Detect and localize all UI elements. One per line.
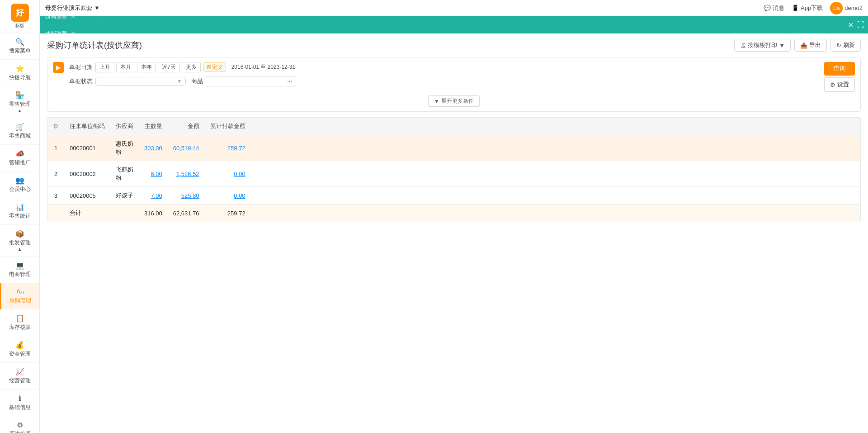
filter-main-row: ▶ 单据日期 上月 本月 本年 近7天 更多 bbox=[53, 62, 855, 92]
sidebar-item-retail-stats[interactable]: 📊 零售统计 bbox=[0, 198, 39, 225]
sidebar-item-inventory[interactable]: 📋 库存核算 bbox=[0, 309, 39, 336]
app-download-btn[interactable]: 📱 App下载 bbox=[792, 4, 823, 12]
close-tab-btn[interactable]: ✕ bbox=[848, 21, 854, 29]
sidebar-item-basic-info[interactable]: ℹ 基础信息 bbox=[0, 390, 39, 416]
goods-input-wrap: ··· bbox=[206, 76, 296, 86]
cell-quantity-1[interactable]: 6.00 bbox=[139, 161, 168, 187]
date-range-display: 2016-01-01 至 2023-12-31 bbox=[231, 63, 295, 71]
page-content: 采购订单统计表(按供应商) 🖨 按模板打印 ▼ 📤 导出 ↻ 刷新 bbox=[40, 33, 868, 433]
sidebar-label-retail-stats: 零售统计 bbox=[9, 212, 31, 220]
col-gear: ⚙ bbox=[47, 118, 64, 135]
cell-quantity-2[interactable]: 7.00 bbox=[139, 187, 168, 205]
sidebar-label-basic-info: 基础信息 bbox=[9, 404, 31, 411]
col-code-header: 往来单位编码 bbox=[64, 118, 110, 135]
tab-overstock-warning[interactable]: 超储预警✕ bbox=[40, 16, 98, 25]
sidebar-item-marketing[interactable]: 📣 营销推广 bbox=[0, 145, 39, 171]
gear-icon[interactable]: ⚙ bbox=[53, 123, 59, 130]
cell-paid-0[interactable]: 259.72 bbox=[205, 135, 251, 161]
sidebar-item-ecommerce[interactable]: 💻 电商管理 bbox=[0, 257, 39, 283]
sidebar-item-finance[interactable]: 💰 资金管理 bbox=[0, 336, 39, 363]
cell-paid-1[interactable]: 0.00 bbox=[205, 161, 251, 187]
cell-supplier-2: 好孩子 bbox=[110, 187, 139, 205]
sidebar-icon-operations: 📈 bbox=[15, 367, 24, 376]
sidebar-item-quick-nav[interactable]: ⭐ 快捷导航 bbox=[0, 60, 39, 86]
topbar: 母婴行业演示账套 ▼ 💬 消息 📱 App下载 Ea demo2 bbox=[40, 0, 868, 16]
footer-empty-3 bbox=[251, 205, 860, 222]
sidebar-item-wholesale-mgmt[interactable]: 📦 批发管理 ▲ bbox=[0, 225, 39, 257]
user-profile[interactable]: Ea demo2 bbox=[830, 2, 863, 14]
topbar-right: 💬 消息 📱 App下载 Ea demo2 bbox=[764, 2, 863, 14]
sidebar-item-operations[interactable]: 📈 经营管理 bbox=[0, 363, 39, 390]
page-header-actions: 🖨 按模板打印 ▼ 📤 导出 ↻ 刷新 bbox=[734, 39, 861, 52]
sidebar-item-retail-mgmt[interactable]: 🏪 零售管理 ▲ bbox=[0, 86, 39, 118]
store-dropdown-icon: ▼ bbox=[94, 5, 100, 11]
filter-toggle-btn[interactable]: ▶ bbox=[53, 62, 64, 73]
sidebar: 好 标版 🔍 搜索菜单 ⭐ 快捷导航 🏪 零售管理 ▲ 🛒 零售商城 📣 营销推… bbox=[0, 0, 40, 433]
filter-fields: 单据日期 上月 本月 本年 近7天 更多 自定义 bbox=[69, 62, 819, 86]
cell-amount-1[interactable]: 1,586.52 bbox=[168, 161, 205, 187]
sidebar-icon-marketing: 📣 bbox=[15, 149, 24, 158]
messages-btn[interactable]: 💬 消息 bbox=[764, 4, 784, 12]
filter-row-2: 单据状态 ▼ 商品 ··· bbox=[69, 76, 819, 86]
print-btn[interactable]: 🖨 按模板打印 ▼ bbox=[734, 39, 791, 52]
store-selector[interactable]: 母婴行业演示账套 ▼ bbox=[45, 4, 100, 12]
sidebar-icon-quick-nav: ⭐ bbox=[15, 64, 24, 73]
expand-label: 展开更多条件 bbox=[441, 97, 474, 105]
footer-empty-1 bbox=[47, 205, 64, 222]
sidebar-item-member-center[interactable]: 👥 会员中心 bbox=[0, 171, 39, 198]
sidebar-label-inventory: 库存核算 bbox=[9, 324, 31, 331]
status-filter: 单据状态 ▼ bbox=[69, 77, 186, 86]
sidebar-item-system-mgmt[interactable]: ⚙ 系统管理 bbox=[0, 416, 39, 433]
cell-extra-0 bbox=[251, 135, 860, 161]
sidebar-item-purchase-mgmt[interactable]: 🛍 采购管理 bbox=[0, 283, 39, 309]
print-icon: 🖨 bbox=[740, 42, 746, 49]
refresh-btn[interactable]: ↻ 刷新 bbox=[830, 39, 861, 52]
status-select[interactable]: ▼ bbox=[95, 77, 186, 86]
query-btn[interactable]: 查询 bbox=[824, 62, 855, 76]
tab-close-overstock-warning[interactable]: ✕ bbox=[71, 16, 76, 20]
tab-close-function-desc[interactable]: ✕ bbox=[71, 30, 76, 33]
goods-more-icon[interactable]: ··· bbox=[287, 78, 292, 85]
page-header: 采购订单统计表(按供应商) 🖨 按模板打印 ▼ 📤 导出 ↻ 刷新 bbox=[47, 39, 861, 52]
settings-label: 设置 bbox=[837, 81, 849, 89]
page-title: 采购订单统计表(按供应商) bbox=[47, 40, 142, 51]
expand-row: ▼ 展开更多条件 bbox=[53, 95, 855, 107]
date-btn-more[interactable]: 更多 bbox=[182, 62, 201, 72]
goods-input[interactable] bbox=[210, 78, 287, 85]
sidebar-label-ecommerce: 电商管理 bbox=[9, 271, 31, 278]
tab-function-desc[interactable]: 功能说明✕ bbox=[40, 25, 98, 33]
footer-label: 合计 bbox=[64, 205, 110, 222]
sidebar-label-member-center: 会员中心 bbox=[9, 186, 31, 193]
filter-right-actions: 查询 ⚙ 设置 bbox=[824, 62, 855, 92]
sidebar-icon-finance: 💰 bbox=[15, 341, 24, 349]
sidebar-item-retail-mall[interactable]: 🛒 零售商城 bbox=[0, 118, 39, 145]
avatar: Ea bbox=[830, 2, 843, 14]
settings-btn[interactable]: ⚙ 设置 bbox=[824, 77, 855, 92]
sidebar-item-search[interactable]: 🔍 搜索菜单 bbox=[0, 33, 39, 60]
cell-seq-0: 1 bbox=[47, 135, 64, 161]
date-btn-last-month[interactable]: 上月 bbox=[95, 62, 114, 72]
expand-icon: ▼ bbox=[434, 98, 439, 105]
refresh-icon: ↻ bbox=[836, 42, 841, 49]
cell-amount-2[interactable]: 525.80 bbox=[168, 187, 205, 205]
expand-tab-btn[interactable]: ⛶ bbox=[857, 21, 864, 29]
sidebar-icon-retail-mgmt: 🏪 bbox=[15, 91, 24, 100]
sidebar-icon-purchase-mgmt: 🛍 bbox=[17, 288, 24, 296]
cell-amount-0[interactable]: 60,519.44 bbox=[168, 135, 205, 161]
date-btn-7days[interactable]: 近7天 bbox=[158, 62, 180, 72]
refresh-label: 刷新 bbox=[843, 41, 855, 49]
date-btn-this-month[interactable]: 本月 bbox=[116, 62, 135, 72]
filter-row-1: 单据日期 上月 本月 本年 近7天 更多 自定义 bbox=[69, 62, 819, 72]
export-btn[interactable]: 📤 导出 bbox=[794, 39, 827, 52]
cell-extra-1 bbox=[251, 161, 860, 187]
expand-btn[interactable]: ▼ 展开更多条件 bbox=[428, 95, 480, 107]
app-download-icon: 📱 bbox=[792, 5, 799, 11]
data-table: ⚙ 往来单位编码 供应商 主数量 金额 累计付款金额 1 00020001 惠氏… bbox=[47, 118, 860, 222]
col-quantity-header: 主数量 bbox=[139, 118, 168, 135]
goods-filter: 商品 ··· bbox=[191, 76, 296, 86]
sidebar-icon-system-mgmt: ⚙ bbox=[17, 421, 23, 429]
date-btn-this-year[interactable]: 本年 bbox=[137, 62, 156, 72]
table-wrap: ⚙ 往来单位编码 供应商 主数量 金额 累计付款金额 1 00020001 惠氏… bbox=[47, 117, 861, 222]
cell-quantity-0[interactable]: 303.00 bbox=[139, 135, 168, 161]
cell-paid-2[interactable]: 0.00 bbox=[205, 187, 251, 205]
